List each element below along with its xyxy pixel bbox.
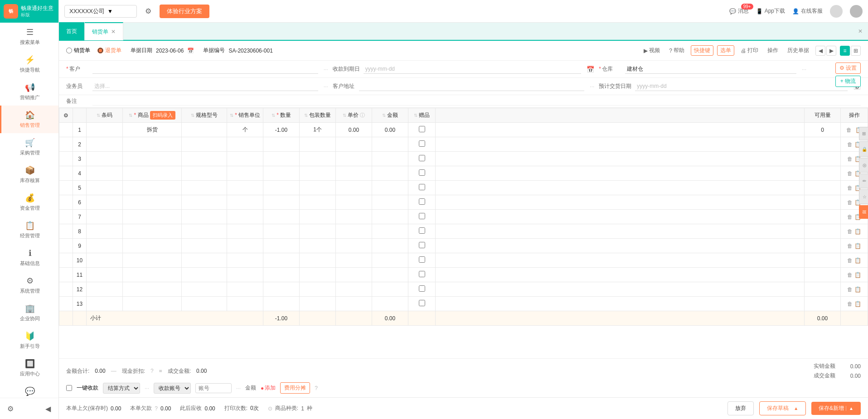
list-view-button[interactable]: ≡: [840, 46, 850, 56]
shortcut-btn[interactable]: 快捷键: [691, 45, 713, 56]
row-price-cell[interactable]: [336, 137, 372, 152]
gift-checkbox[interactable]: [419, 242, 425, 248]
trial-button[interactable]: 体验行业方案: [160, 5, 209, 18]
quick-panel-btn-2[interactable]: 🔒: [859, 141, 868, 157]
close-tab-icon[interactable]: ✕: [858, 28, 863, 34]
sale-radio[interactable]: 销货单: [66, 47, 90, 54]
sidebar-item-search-order[interactable]: ☰ 搜索菜单: [0, 23, 58, 50]
gift-checkbox[interactable]: [419, 155, 425, 161]
gift-checkbox[interactable]: [419, 300, 425, 306]
tab-close-icon[interactable]: ✕: [111, 29, 116, 35]
copy-icon[interactable]: 📋: [854, 301, 861, 307]
address-dots-icon[interactable]: ···: [590, 83, 594, 90]
settings-gear-button[interactable]: ⚙: [141, 5, 155, 18]
tab-home[interactable]: 首页: [59, 22, 85, 40]
message-button[interactable]: 💬 消息 99+: [729, 7, 749, 15]
gift-checkbox[interactable]: [419, 198, 425, 205]
remark-input[interactable]: [92, 97, 861, 106]
delete-icon[interactable]: 🗑: [847, 214, 853, 220]
copy-icon[interactable]: 📋: [854, 228, 861, 235]
save-draft-button[interactable]: 保存草稿 ▲: [759, 401, 806, 415]
delete-icon[interactable]: 🗑: [847, 199, 853, 206]
sidebar-item-finance[interactable]: 💰 资金管理: [0, 188, 58, 216]
delete-icon[interactable]: 🗑: [847, 301, 853, 307]
settlement-dots-icon[interactable]: ···: [145, 385, 149, 391]
online-support-button[interactable]: 👤 在线客服: [792, 7, 823, 15]
warehouse-dots-icon[interactable]: ···: [802, 66, 806, 72]
payment-date-input[interactable]: [364, 64, 582, 74]
sidebar-item-enterprise-wechat[interactable]: 💬 企业微信: [0, 382, 58, 398]
video-btn[interactable]: ▶ 视频: [641, 45, 663, 56]
row-pkgqty-cell[interactable]: 1个: [300, 123, 336, 137]
nav-prev-button[interactable]: ◀: [815, 46, 825, 56]
gift-checkbox[interactable]: [419, 126, 425, 132]
row-amount-cell[interactable]: [372, 137, 408, 152]
help-btn[interactable]: ? 帮助: [666, 45, 687, 56]
sidebar-item-marketing[interactable]: 📢 营销推广: [0, 78, 58, 106]
customer-address-input[interactable]: [359, 82, 585, 91]
quick-panel-btn-1[interactable]: ⊞: [859, 127, 868, 140]
delete-icon[interactable]: 🗑: [847, 272, 853, 278]
save-new-button[interactable]: 保存&新增 ▲: [811, 402, 861, 415]
grid-view-button[interactable]: ⊞: [851, 46, 861, 56]
delete-icon[interactable]: 🗑: [847, 228, 853, 235]
quick-panel-btn-4[interactable]: ✏: [859, 173, 868, 188]
row-barcode-cell[interactable]: [87, 137, 123, 152]
row-qty-cell[interactable]: -1.00: [263, 123, 300, 137]
tab-sales-order[interactable]: 销货单 ✕: [85, 22, 123, 40]
row-price-cell[interactable]: 0.00: [336, 123, 372, 137]
delete-icon[interactable]: 🗑: [847, 257, 853, 264]
row-gift-cell[interactable]: [408, 123, 436, 137]
app-download-button[interactable]: 📱 App下载: [756, 7, 785, 15]
sidebar-item-operations[interactable]: 📋 经营管理: [0, 216, 58, 244]
discount-help-icon[interactable]: ?: [150, 368, 154, 374]
sidebar-item-sales[interactable]: 🏠 销售管理: [0, 106, 58, 133]
one-click-payment-checkbox[interactable]: [66, 385, 72, 391]
quick-panel-btn-5[interactable]: ☆: [859, 189, 868, 204]
row-unit-cell[interactable]: [227, 137, 263, 152]
row-product-cell[interactable]: [123, 137, 182, 152]
sidebar-item-enterprise[interactable]: 🏢 企业协同: [0, 299, 58, 327]
delete-icon[interactable]: 🗑: [847, 286, 853, 293]
user-avatar2[interactable]: [850, 5, 863, 18]
company-selector[interactable]: XXXXXX公司 ▼: [64, 5, 137, 18]
account-select[interactable]: 收款账号: [154, 383, 191, 394]
row-spec-cell[interactable]: [182, 137, 227, 152]
user-avatar[interactable]: [830, 5, 843, 18]
row-amount-cell[interactable]: 0.00: [372, 123, 408, 137]
sidebar-item-purchase[interactable]: 🛒 采购管理: [0, 133, 58, 161]
product-type-icon[interactable]: ⊙: [268, 405, 272, 412]
customer-input[interactable]: [92, 64, 318, 74]
copy-icon[interactable]: 📋: [854, 272, 861, 278]
select-btn[interactable]: 选单: [717, 45, 734, 56]
salesperson-dots-icon[interactable]: ···: [324, 83, 328, 90]
customer-dots-icon[interactable]: ···: [324, 66, 328, 72]
row-product-cell[interactable]: 拆货: [123, 123, 182, 137]
gift-checkbox[interactable]: [419, 256, 425, 263]
delete-icon[interactable]: 🗑: [847, 185, 853, 191]
sidebar-item-inventory[interactable]: 📦 库存核算: [0, 161, 58, 188]
copy-icon[interactable]: 📋: [854, 286, 861, 293]
row-unit-cell[interactable]: 个: [227, 123, 263, 137]
nav-next-button[interactable]: ▶: [826, 46, 836, 56]
payment-calendar-icon[interactable]: 📅: [587, 66, 594, 73]
sidebar-collapse-button[interactable]: ◀: [41, 402, 55, 415]
sidebar-settings-button[interactable]: ⚙: [4, 402, 17, 415]
return-radio[interactable]: 退货单: [97, 47, 121, 54]
warehouse-input[interactable]: [625, 64, 796, 74]
gift-checkbox[interactable]: [419, 184, 425, 190]
delete-icon[interactable]: 🗑: [846, 127, 852, 133]
col-header-settings[interactable]: ⚙: [59, 108, 73, 123]
history-btn[interactable]: 历史单据: [785, 45, 812, 56]
sidebar-item-basic-info[interactable]: ℹ 基础信息: [0, 244, 58, 271]
quick-panel-btn-3[interactable]: ◎: [859, 158, 868, 173]
delete-icon[interactable]: 🗑: [847, 156, 853, 162]
calendar-icon[interactable]: 📅: [187, 48, 194, 54]
salesperson-input[interactable]: [92, 82, 318, 91]
settings-button[interactable]: ⚙ 设置: [835, 63, 861, 74]
delete-icon[interactable]: 🗑: [847, 141, 853, 148]
total-owe-help-icon[interactable]: ?: [155, 405, 158, 412]
row-gift-cell[interactable]: [408, 137, 436, 152]
delete-icon[interactable]: 🗑: [847, 243, 853, 249]
logistics-button[interactable]: + 物流: [835, 76, 861, 87]
